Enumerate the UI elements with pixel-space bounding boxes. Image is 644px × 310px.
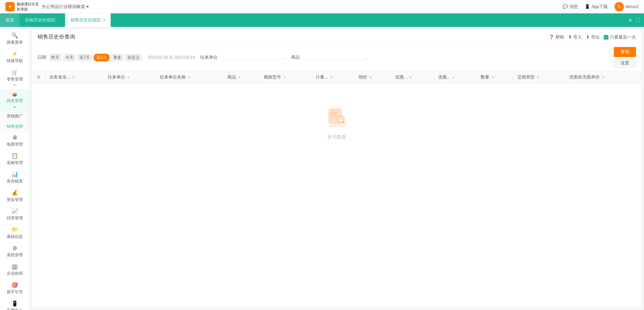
sort-biz-date-icon[interactable]: ⇅ xyxy=(72,75,75,79)
partner-input-group: ... xyxy=(220,54,286,61)
svg-rect-3 xyxy=(330,114,337,115)
sidebar-item-inventory[interactable]: 📊 库存核算 xyxy=(0,168,29,187)
sort-quantity-icon[interactable]: ⇅ xyxy=(491,75,494,79)
app-download-button[interactable]: 📱 App下载 xyxy=(585,4,608,10)
table-column-partner-code: 往来单位 ⇅ xyxy=(104,71,156,83)
sidebar-item-quick-nav[interactable]: ⚡ 快捷导航 xyxy=(0,48,29,66)
date-yesterday-btn[interactable]: 昨天 xyxy=(49,54,62,61)
sort-partner-name-icon[interactable]: ⇅ xyxy=(188,75,191,79)
sidebar-item-ecommerce[interactable]: 🖥 电商管理 xyxy=(0,132,29,150)
date-range-text: 2023-02-18 至 2023-03-18 xyxy=(147,55,195,60)
tab-purchase-history[interactable]: 采购历史价跟踪 × xyxy=(19,13,65,27)
sidebar-item-purchase[interactable]: 📋 采购管理 xyxy=(0,150,29,168)
table-column-settings[interactable]: ⚙ xyxy=(32,71,46,83)
quick-nav-icon: ⚡ xyxy=(11,51,18,57)
sort-spec-icon[interactable]: ⇅ xyxy=(283,75,286,79)
top-bar: ✦ 畅捷通好生意 标准版 办公用品行业模拟账套 ▾ 💬 消息 📱 App下载 D… xyxy=(0,0,644,13)
sidebar-item-app-center[interactable]: 📱 应用中心 xyxy=(0,298,29,310)
main-layout: 🔍 搜索菜单 ⚡ 快捷导航 🛒 零售管理 ▾ 📦 批发管理 ▲ 营销推广 销售管… xyxy=(0,27,644,310)
page-header-actions: ❓ 帮助 ⬆ 导入 ⬇ 导出 ✓ 只看最后一次 xyxy=(549,34,636,40)
empty-state-icon xyxy=(323,103,350,130)
sort-discount2-icon[interactable]: ⇅ xyxy=(452,75,455,79)
tab-sales-history[interactable]: 销售历史价跟踪 × xyxy=(65,13,111,27)
sidebar-item-system[interactable]: ⚙ 系统管理 xyxy=(0,242,29,261)
user-menu[interactable]: D demo2 xyxy=(614,2,639,11)
close-window-icon[interactable]: ✕ xyxy=(629,18,632,23)
top-bar-left: ✦ 畅捷通好生意 标准版 办公用品行业模拟账套 ▾ xyxy=(5,2,89,11)
table-container: ⚙ 业务发生... ⇅ 往来单位 ⇅ 往来单位名称 ⇅ xyxy=(32,71,641,307)
sidebar-item-wholesale[interactable]: 📦 批发管理 ▲ xyxy=(0,90,29,111)
search-icon: 🔍 xyxy=(11,32,18,39)
close-tab-sales-icon[interactable]: × xyxy=(103,18,105,22)
new-guide-icon: 🎯 xyxy=(11,282,18,288)
date-7days-btn[interactable]: 近7天 xyxy=(77,54,92,61)
results-table: ⚙ 业务发生... ⇅ 往来单位 ⇅ 往来单位名称 ⇅ xyxy=(32,71,641,83)
product-filter-group: 商品 ... xyxy=(291,54,368,61)
sort-price-icon[interactable]: ⇅ xyxy=(369,75,372,79)
help-icon: ❓ xyxy=(549,35,554,40)
help-button[interactable]: ❓ 帮助 xyxy=(549,34,564,40)
date-today-btn[interactable]: 今天 xyxy=(63,54,76,61)
sidebar-item-search[interactable]: 🔍 搜索菜单 xyxy=(0,30,29,48)
export-icon: ⬇ xyxy=(586,35,590,40)
partner-label: 往来单位 xyxy=(200,54,218,60)
date-custom-btn[interactable]: 自定义 xyxy=(125,54,142,61)
tab-bar: 首页 采购历史价跟踪 × 销售历史价跟踪 × ✕ ⛶ xyxy=(0,13,644,27)
partner-input[interactable] xyxy=(220,54,281,61)
table-column-spec: 规格型号 ⇅ xyxy=(260,71,312,83)
product-ellipsis-btn[interactable]: ... xyxy=(364,55,368,60)
sort-trade-type-icon[interactable]: ⇅ xyxy=(537,75,539,79)
date-shortcuts: 昨天 今天 近7天 近1月 更多 自定义 xyxy=(49,54,142,61)
table-column-unit: 计量... ⇅ xyxy=(312,71,355,83)
export-button[interactable]: ⬇ 导出 xyxy=(586,34,600,40)
basic-info-icon: 📁 xyxy=(11,226,18,233)
close-tab-purchase-icon[interactable]: × xyxy=(57,18,60,22)
settings-button[interactable]: 设置 xyxy=(614,58,636,68)
maximize-icon[interactable]: ⛶ xyxy=(636,18,640,23)
wholesale-expand-icon: ▲ xyxy=(13,105,16,108)
sort-discount1-icon[interactable]: ⇅ xyxy=(409,75,412,79)
tab-home[interactable]: 首页 xyxy=(0,13,19,27)
sidebar-item-finance[interactable]: 💰 资金管理 xyxy=(0,187,29,205)
date-filter-group: 日期 昨天 今天 近7天 近1月 更多 自定义 xyxy=(38,54,142,61)
date-1month-btn[interactable]: 近1月 xyxy=(94,54,110,61)
chevron-down-icon: ▾ xyxy=(87,4,89,9)
filter-actions: 查询 设置 xyxy=(614,47,636,68)
retail-icon: 🛒 xyxy=(11,69,18,75)
enterprise-icon: 🏢 xyxy=(11,263,18,270)
page-header: 销售历史价查询 ❓ 帮助 ⬆ 导入 ⬇ 导出 ✓ xyxy=(32,30,641,44)
partner-ellipsis-btn[interactable]: ... xyxy=(282,55,286,60)
sidebar-item-enterprise[interactable]: 🏢 企业协同 xyxy=(0,261,29,279)
only-last-checkbox[interactable]: ✓ 只看最后一次 xyxy=(604,34,636,40)
date-more-btn[interactable]: 更多 xyxy=(111,54,124,61)
top-bar-right: 💬 消息 📱 App下载 D demo2 xyxy=(562,2,639,11)
finance-icon: 💰 xyxy=(11,190,18,196)
page-container: 销售历史价查询 ❓ 帮助 ⬆ 导入 ⬇ 导出 ✓ xyxy=(32,30,641,307)
sort-unit-icon[interactable]: ⇅ xyxy=(330,75,333,79)
retail-expand-icon: ▾ xyxy=(14,83,15,87)
sort-pretax-price-icon[interactable]: ⇅ xyxy=(602,75,604,79)
date-label: 日期 xyxy=(38,54,46,60)
table-column-discount2: 优惠... ⇅ xyxy=(434,71,477,83)
sort-partner-code-icon[interactable]: ⇅ xyxy=(127,75,130,79)
sidebar-item-sales-mgmt[interactable]: 销售管理 xyxy=(0,121,29,132)
table-column-discount1: 优惠... ⇅ xyxy=(391,71,434,83)
account-selector[interactable]: 办公用品行业模拟账套 ▾ xyxy=(42,4,89,10)
sidebar-item-marketing[interactable]: 营销推广 xyxy=(0,111,29,121)
svg-point-8 xyxy=(340,118,341,120)
table-column-partner-name: 往来单位名称 ⇅ xyxy=(156,71,224,83)
query-button[interactable]: 查询 xyxy=(614,47,636,57)
table-column-pretax-price: 优惠前无税单价 ⇅ xyxy=(566,71,641,83)
sort-product-icon[interactable]: ⇅ xyxy=(238,75,240,79)
sidebar-item-retail[interactable]: 🛒 零售管理 ▾ xyxy=(0,66,29,90)
sidebar-item-operations[interactable]: 📈 经营管理 xyxy=(0,205,29,224)
import-button[interactable]: ⬆ 导入 xyxy=(568,34,582,40)
content-area: 销售历史价查询 ❓ 帮助 ⬆ 导入 ⬇ 导出 ✓ xyxy=(30,27,644,310)
sidebar-item-new-guide[interactable]: 🎯 新手引导 xyxy=(0,279,29,298)
message-button[interactable]: 💬 消息 xyxy=(562,4,578,10)
tab-bar-right: ✕ ⛶ xyxy=(629,18,644,23)
sidebar-item-basic-info[interactable]: 📁 基础信息 xyxy=(0,224,29,242)
logo-icon: ✦ xyxy=(5,2,15,11)
product-input[interactable] xyxy=(303,54,363,61)
logo-text: 畅捷通好生意 标准版 xyxy=(17,2,39,11)
